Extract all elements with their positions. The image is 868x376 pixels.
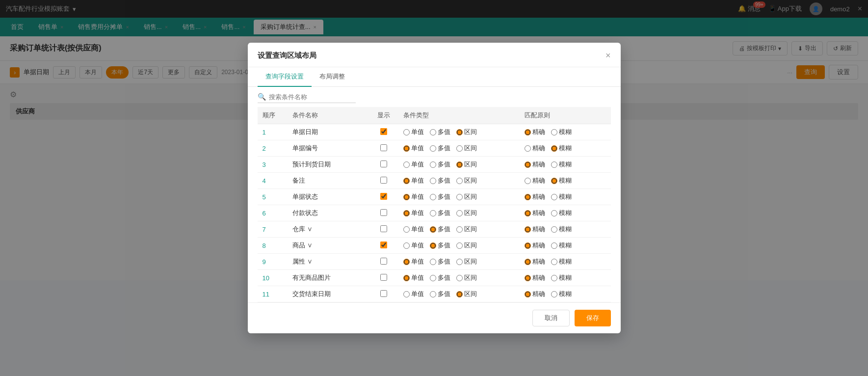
type-single-6[interactable]: 单值 [403,209,424,217]
row-order-6: 6 [258,205,288,221]
search-input[interactable] [269,93,347,101]
modal-table-head: 顺序 条件名称 显示 条件类型 匹配原则 [258,107,611,124]
row-match-4: 精确 模糊 [520,173,610,189]
match-fuzzy-8[interactable]: 模糊 [551,241,572,250]
match-fuzzy-3[interactable]: 模糊 [551,160,572,169]
modal-overlay: 设置查询区域布局 × 查询字段设置 布局调整 🔍 顺序 [0,0,868,280]
modal-search-area: 🔍 [248,87,621,107]
type-multi-2[interactable]: 多值 [430,144,450,153]
type-range-4[interactable]: 区间 [456,176,477,185]
modal-close-button[interactable]: × [605,51,611,61]
row-display-6 [368,205,399,221]
row-order-10: 10 [258,270,288,281]
match-fuzzy-5[interactable]: 模糊 [551,192,572,201]
match-exact-3[interactable]: 精确 [525,160,545,169]
type-range-5[interactable]: 区间 [456,192,477,201]
display-checkbox-6[interactable] [380,209,387,216]
type-single-5[interactable]: 单值 [403,192,424,201]
type-multi-4[interactable]: 多值 [430,176,450,185]
row-display-8 [368,238,399,254]
type-multi-6[interactable]: 多值 [430,209,450,217]
type-range-1[interactable]: 区间 [456,128,477,136]
type-single-2[interactable]: 单值 [403,144,424,153]
match-exact-8[interactable]: 精确 [525,241,545,250]
type-single-10[interactable]: 单值 [403,273,424,280]
match-fuzzy-9[interactable]: 模糊 [551,257,572,266]
type-range-2[interactable]: 区间 [456,144,477,153]
type-range-8[interactable]: 区间 [456,241,477,250]
search-icon: 🔍 [258,93,266,101]
row-order-3: 3 [258,157,288,173]
match-fuzzy-1[interactable]: 模糊 [551,128,572,136]
row-order-1: 1 [258,124,288,140]
type-multi-9[interactable]: 多值 [430,257,450,266]
type-range-10[interactable]: 区间 [456,273,477,280]
type-multi-8[interactable]: 多值 [430,241,450,250]
type-multi-1[interactable]: 多值 [430,128,450,136]
row-match-7: 精确 模糊 [520,221,610,238]
display-checkbox-8[interactable] [380,242,387,248]
match-exact-2[interactable]: 精确 [525,144,545,153]
modal-tab-query-fields-label: 查询字段设置 [265,73,304,80]
match-exact-4[interactable]: 精确 [525,176,545,185]
row-type-7: 单值 多值 区间 [398,221,520,238]
row-order-7: 7 [258,221,288,238]
type-range-3[interactable]: 区间 [456,160,477,169]
row-display-3 [368,157,399,173]
match-exact-5[interactable]: 精确 [525,192,545,201]
type-multi-10[interactable]: 多值 [430,273,450,280]
type-single-8[interactable]: 单值 [403,241,424,250]
col-match: 匹配原则 [520,107,610,124]
row-order-2: 2 [258,140,288,157]
type-multi-7[interactable]: 多值 [430,225,450,234]
row-display-1 [368,124,399,140]
match-exact-1[interactable]: 精确 [525,128,545,136]
modal-title: 设置查询区域布局 [258,51,316,60]
display-checkbox-4[interactable] [380,177,387,184]
row-name-10: 有无商品图片 [288,270,368,281]
row-order-8: 8 [258,238,288,254]
display-checkbox-3[interactable] [380,161,387,167]
display-checkbox-10[interactable] [380,274,387,281]
display-checkbox-7[interactable] [380,225,387,232]
match-fuzzy-6[interactable]: 模糊 [551,209,572,217]
row-order-4: 4 [258,173,288,189]
table-row: 10 有无商品图片 单值 多值 区间 [258,270,611,281]
type-range-7[interactable]: 区间 [456,225,477,234]
row-name-2: 单据编号 [288,140,368,157]
table-row: 2 单据编号 单值 多值 区间 [258,140,611,157]
modal-tab-layout[interactable]: 布局调整 [312,67,353,87]
type-range-6[interactable]: 区间 [456,209,477,217]
col-name: 条件名称 [288,107,368,124]
display-checkbox-9[interactable] [380,258,387,265]
row-name-6: 付款状态 [288,205,368,221]
type-multi-5[interactable]: 多值 [430,192,450,201]
type-single-7[interactable]: 单值 [403,225,424,234]
table-row: 8 商品 ∨ 单值 多值 区间 [258,238,611,254]
type-single-1[interactable]: 单值 [403,128,424,136]
table-row: 1 单据日期 单值 多值 区间 [258,124,611,140]
modal-table-wrap: 顺序 条件名称 显示 条件类型 匹配原则 1 单据日期 单值 [248,107,621,280]
type-single-4[interactable]: 单值 [403,176,424,185]
modal-tab-query-fields[interactable]: 查询字段设置 [258,67,312,87]
match-fuzzy-10[interactable]: 模糊 [551,273,572,280]
display-checkbox-5[interactable] [380,193,387,200]
type-single-3[interactable]: 单值 [403,160,424,169]
match-exact-6[interactable]: 精确 [525,209,545,217]
type-single-9[interactable]: 单值 [403,257,424,266]
match-fuzzy-7[interactable]: 模糊 [551,225,572,234]
type-range-9[interactable]: 区间 [456,257,477,266]
modal-header: 设置查询区域布局 × [248,43,621,67]
match-exact-7[interactable]: 精确 [525,225,545,234]
row-match-6: 精确 模糊 [520,205,610,221]
display-checkbox-2[interactable] [380,144,387,151]
match-fuzzy-4[interactable]: 模糊 [551,176,572,185]
table-row: 7 仓库 ∨ 单值 多值 区间 [258,221,611,238]
match-fuzzy-2[interactable]: 模糊 [551,144,572,153]
match-exact-10[interactable]: 精确 [525,273,545,280]
row-name-3: 预计到货日期 [288,157,368,173]
type-multi-3[interactable]: 多值 [430,160,450,169]
match-exact-9[interactable]: 精确 [525,257,545,266]
table-row: 9 属性 ∨ 单值 多值 区间 [258,254,611,270]
display-checkbox-1[interactable] [380,128,387,135]
